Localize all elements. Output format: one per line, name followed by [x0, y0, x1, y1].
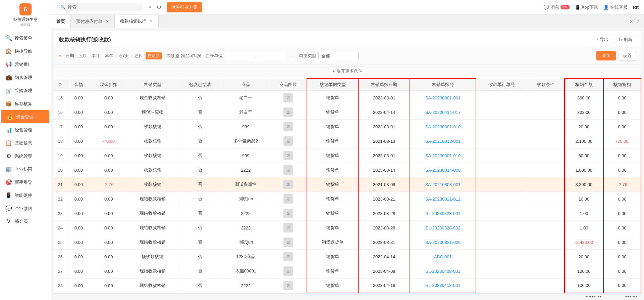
cell-cancel-voucher-no[interactable]: SA-20230301-001 — [410, 91, 476, 105]
cell-cancel-voucher-no[interactable]: SL-20230328-002 — [410, 221, 476, 235]
message-area[interactable]: 💬 消息 99+ — [544, 4, 570, 10]
cell-cancel-voucher-date: 2021-08-08 — [358, 177, 410, 192]
date-opt-more[interactable]: 更多 — [132, 52, 144, 59]
table-row[interactable]: 18 0.00 -70.00 收款核销 否 多计量商品2 🖼 销货单 2021-… — [54, 134, 641, 148]
tab-collection-close[interactable]: ✕ — [150, 19, 153, 24]
tab-home[interactable]: 首页 — [51, 15, 71, 28]
table-row[interactable]: 21 0.00 -2.76 收款核销 否 测试多属性 🖼 销货单 2021-08… — [54, 177, 641, 192]
cell-cancel-voucher-no[interactable]: SL-20230418-001 — [410, 278, 476, 293]
cell-receipt-condition — [527, 235, 565, 250]
cell-cash-discount: 0.00 — [90, 235, 127, 250]
sidebar-item-guide[interactable]: 🎯新手引导 — [0, 176, 51, 189]
data-table-wrap: ⚙ 余额 现金折扣 核销类型 包含已结清 商品 商品图片 核销单据类型 核销单报… — [54, 78, 641, 297]
cell-product: 测试jun — [222, 192, 270, 206]
voucher-type-select[interactable]: 全部 销货单 销货退货单 — [318, 52, 359, 60]
table-row[interactable]: 19 0.00 0.00 收款核销 否 999 🖼 销货单 2023-03-01… — [54, 148, 641, 163]
sidebar-item-marketing[interactable]: 📢营销推广 — [0, 58, 51, 71]
topbar-search-box[interactable]: 🔍 — [56, 3, 144, 11]
marketing-label: 营销推广 — [15, 61, 32, 68]
sidebar-item-system[interactable]: ⚙系统管理 — [0, 149, 51, 163]
search-icon: 🔍 — [60, 5, 66, 10]
date-opt-custom[interactable]: 自定义 — [146, 52, 162, 59]
cell-cancel-amount: 10.00 — [565, 192, 604, 206]
sidebar-item-member[interactable]: V畅会员 — [0, 215, 51, 228]
table-row[interactable]: 23 0.00 0.00 现结收款核销 否 2222 🖼 销货单 2023-03… — [54, 206, 641, 221]
cell-receipt-order-no — [476, 235, 527, 250]
sidebar-item-inventory[interactable]: 📦库存核算 — [0, 97, 51, 110]
cell-cancel-voucher-date: 2023-03-01 — [358, 148, 410, 163]
cell-cancel-voucher-no[interactable]: SA-20230314-008 — [410, 163, 476, 177]
page-title: 收款核销执行(按收款) — [59, 36, 111, 43]
table-row[interactable]: 26 0.00 0.00 预收款核销 否 123D商品 🖼 销货单 2022-0… — [54, 250, 641, 264]
col-header-product-img: 商品图片 — [270, 79, 307, 91]
industry-btn[interactable]: 休验行业方案 — [167, 2, 202, 12]
sidebar-item-corp[interactable]: 🏢企业协同 — [0, 163, 51, 176]
tab-close-all-icon[interactable]: ✕ — [629, 19, 633, 24]
data-table: ⚙ 余额 现金折扣 核销类型 包含已结清 商品 商品图片 核销单据类型 核销单报… — [54, 78, 641, 293]
sidebar-item-finance[interactable]: 💰资金管理 — [1, 110, 49, 123]
table-row[interactable]: 20 0.00 0.00 收款核销 否 2222 🖼 销货单 2023-03-1… — [54, 163, 641, 177]
export-button[interactable]: ↑ 导出 — [593, 35, 612, 44]
app-download-area[interactable]: 📱 App下载 — [575, 4, 598, 10]
cell-cancel-voucher-no[interactable]: SA-20230301-010 — [410, 148, 476, 163]
filter-toggle-btn[interactable]: » — [59, 53, 61, 58]
cell-cancel-type: 收款核销 — [127, 177, 178, 192]
cell-cancel-voucher-no[interactable]: SA-20210813-001 — [410, 134, 476, 148]
sidebar-item-operation[interactable]: 📊经营管理 — [0, 123, 51, 136]
cell-receipt-condition — [527, 134, 565, 148]
date-opt-this-month[interactable]: 本月 — [90, 52, 102, 59]
search-input[interactable] — [68, 5, 128, 10]
cell-cancel-voucher-no[interactable]: SL-20230408-001 — [410, 264, 476, 278]
table-row[interactable]: 15 0.00 0.00 现金收款核销 否 老白干 🖼 销货单 2023-03-… — [54, 91, 641, 105]
cell-cancel-voucher-no[interactable]: SA-20230331-026 — [410, 235, 476, 250]
table-row[interactable]: 17 0.00 0.00 收款核销 否 999 🖼 销货单 2023-03-01… — [54, 120, 641, 134]
tab-prepay[interactable]: 预付冲应付单 ✕ — [71, 15, 115, 28]
cell-cancel-voucher-no[interactable]: ABC-001 — [410, 250, 476, 264]
cell-cancel-type: 预付冲应收 — [127, 105, 178, 120]
cell-receipt-order-no — [476, 105, 527, 120]
cell-cancel-voucher-type: 销货单 — [307, 264, 358, 278]
setting-button[interactable]: 设置 — [619, 51, 636, 61]
cell-cancel-voucher-no[interactable]: SL-20230328-001 — [410, 206, 476, 221]
cell-cancel-voucher-no[interactable]: SA-20230321-012 — [410, 192, 476, 206]
date-opt-this-year[interactable]: 本年 — [103, 52, 115, 59]
search-button[interactable]: 查询 — [596, 51, 616, 60]
table-row[interactable]: 22 0.00 0.00 现结收款核销 否 测试jun 🖼 销货单 2023-0… — [54, 192, 641, 206]
online-service-area[interactable]: 👤 在线客服 — [603, 4, 628, 10]
counterpart-input[interactable] — [225, 52, 287, 60]
cell-id: 20 — [54, 163, 67, 177]
table-row[interactable]: 24 0.00 0.00 现结收款核销 否 2222 🖼 销货单 2023-03… — [54, 221, 641, 235]
cell-product: 老白干 — [222, 105, 270, 120]
cell-include-settled: 否 — [178, 264, 222, 278]
cell-cancel-amount: 60.00 — [565, 148, 604, 163]
cell-cancel-voucher-date: 2022-04-14 — [358, 250, 410, 264]
col-settings-icon[interactable]: ⚙ — [58, 82, 62, 87]
cell-receipt-order-no — [476, 163, 527, 177]
date-opt-prev-month[interactable]: 上月 — [76, 52, 88, 59]
tab-collection[interactable]: 收款核销执行 ✕ — [115, 15, 159, 28]
table-row[interactable]: 27 0.00 0.00 现结收款核销 否 衣服00001 🖼 销货单 2023… — [54, 264, 641, 278]
date-opt-7days[interactable]: 近7天 — [116, 52, 131, 59]
sidebar-item-search[interactable]: 🔍搜索菜单 — [0, 32, 51, 45]
table-row[interactable]: 16 0.00 0.00 预付冲应收 否 老白干 🖼 销货单 2023-04-1… — [54, 105, 641, 120]
expand-more-btn[interactable]: ▾ 展开更多条件 — [329, 67, 366, 76]
cell-cancel-voucher-no[interactable]: SA-20210808-001 — [410, 177, 476, 192]
sidebar-item-purchase[interactable]: 🛒采购管理 — [0, 84, 51, 97]
settings-icon[interactable]: ⚙ — [157, 4, 161, 10]
sidebar-item-sales[interactable]: 💼销售管理 — [0, 71, 51, 84]
cell-cancel-voucher-no[interactable]: SA-20230301-010 — [410, 120, 476, 134]
sidebar-item-wechat[interactable]: 💬企业微信 — [0, 202, 51, 215]
sidebar-item-basic[interactable]: 📋基础信息 — [0, 136, 51, 149]
sidebar-item-hardware[interactable]: 📱智能硬件 — [0, 189, 51, 202]
refresh-button[interactable]: ↻ 刷新 — [615, 35, 636, 44]
cell-cancel-amount: 1.00 — [565, 221, 604, 235]
tab-prepay-close[interactable]: ✕ — [106, 19, 109, 24]
content-area: 收款核销执行(按收款) ↑ 导出 ↻ 刷新 » 日期 上月 本月 本 — [54, 31, 641, 297]
table-row[interactable]: 25 0.00 0.00 现结收款核销 否 测试jun 🖼 销货退货单 2023… — [54, 235, 641, 250]
basic-icon: 📋 — [5, 140, 12, 146]
tab-expand-icon[interactable]: ⤢ — [636, 19, 640, 24]
cell-cash-discount: 0.00 — [90, 264, 127, 278]
sidebar-item-quick-nav[interactable]: 🏠快捷导航 — [0, 45, 51, 58]
cell-cancel-voucher-no[interactable]: SA-20230414-017 — [410, 105, 476, 120]
table-row[interactable]: 28 0.00 0.00 现结收款核销 否 2222 🖼 销货单 2023-04… — [54, 278, 641, 293]
